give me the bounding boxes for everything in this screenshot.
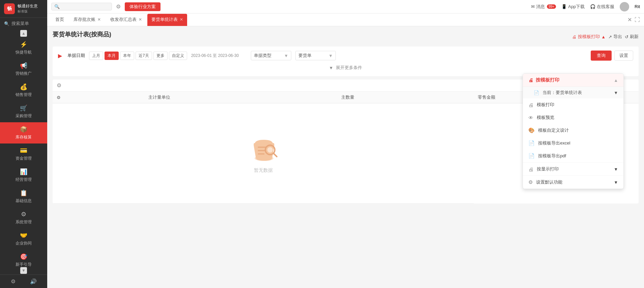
type-label: 单据类型	[254, 53, 271, 59]
topbar-gear-icon[interactable]: ⚙	[116, 3, 121, 10]
refresh-icon: ↺	[625, 34, 628, 39]
tab-fullscreen-btn[interactable]: ⛶	[635, 17, 640, 23]
main-area: 🔍 ⚙ 体验行业方案 ✉ 消息 99+ 📱 App下载 🎧 在线客服 Rit	[47, 0, 644, 288]
topbar-search-input[interactable]	[61, 4, 109, 9]
sidebar-item-finance[interactable]: 💳 资金管理	[0, 143, 47, 165]
date-btn-group: 上月本月本年近7天更多自定义	[89, 52, 187, 60]
online-service-btn[interactable]: 🎧 在线客服	[590, 4, 614, 10]
topbar-search-box[interactable]: 🔍	[51, 3, 112, 10]
require-goods-select[interactable]: 要货单 ▼	[295, 51, 336, 60]
query-button[interactable]: 查询	[591, 51, 612, 61]
dropdown-item-template-print[interactable]: 🖨 模板打印	[523, 98, 623, 111]
finance-nav-label: 资金管理	[16, 156, 32, 161]
date-btn-more[interactable]: 更多	[153, 52, 168, 60]
marketing-nav-label: 营销推广	[16, 71, 32, 76]
settings-icon[interactable]: ⚙	[11, 278, 16, 285]
message-btn[interactable]: ✉ 消息 99+	[531, 4, 556, 10]
sidebar-item-shortcut[interactable]: ⚡ 快捷导航	[0, 37, 47, 59]
template-preview-icon: 👁	[528, 115, 533, 121]
date-btn-last7[interactable]: 近7天	[136, 52, 152, 60]
tabs-right: ✕ ⛶	[627, 17, 640, 23]
expand-more-icon: ▼	[329, 65, 333, 70]
dropdown-item-template-custom[interactable]: 🎨 模板自定义设计	[523, 124, 623, 137]
guide-nav-icon: 🎯	[20, 253, 27, 260]
system-nav-icon: ⚙	[21, 211, 26, 218]
sidebar-search[interactable]: 🔍 搜索菜单	[0, 18, 47, 29]
settings-button[interactable]: 设置	[614, 51, 633, 61]
template-custom-icon: 🎨	[528, 127, 535, 133]
default-settings-icon: ⚙	[528, 179, 533, 185]
action-buttons: 🖨 按模板打印 ▲ ↗ 导出 ↺ 刷新	[572, 34, 639, 40]
logo-icon: 畅	[4, 3, 15, 14]
tab-order-stats-label: 要货单统计表	[151, 17, 178, 23]
filter-card: ▶ 单据日期 上月本月本年近7天更多自定义 2023-06-01 至 2023-…	[53, 46, 639, 76]
sidebar-item-marketing[interactable]: 📢 营销推广	[0, 59, 47, 80]
tabs-bar: 首页库存批次账✕收发存汇总表✕要货单统计表✕ ✕ ⛶	[47, 13, 644, 26]
tab-inventory-batch[interactable]: 库存批次账✕	[69, 14, 105, 26]
table-header-gear-icon[interactable]: ⚙	[57, 95, 61, 100]
tab-receipt-summary[interactable]: 收发存汇总表✕	[106, 14, 146, 26]
filter-row: ▶ 单据日期 上月本月本年近7天更多自定义 2023-06-01 至 2023-…	[58, 51, 633, 61]
type-select[interactable]: 单据类型 ▼	[251, 51, 291, 60]
default-settings-chevron: ▼	[614, 180, 618, 185]
th-quantity: 主数量	[337, 92, 474, 103]
dropdown-current-template[interactable]: 📄 当前：要货单统计表 ▼	[523, 87, 623, 98]
sidebar-item-sales[interactable]: 💰 销售管理	[0, 80, 47, 101]
sidebar-item-basic[interactable]: 📋 基础信息	[0, 186, 47, 207]
table-gear-icon[interactable]: ⚙	[57, 82, 61, 89]
headset-icon: 🎧	[590, 4, 595, 9]
sales-nav-icon: 💰	[20, 83, 27, 91]
display-print-icon: 🖨	[528, 166, 533, 172]
page-title: 要货单统计表(按商品)	[53, 30, 111, 38]
tab-receipt-summary-close[interactable]: ✕	[139, 17, 142, 22]
th-gear: ⚙	[53, 92, 131, 103]
sound-icon[interactable]: 🔊	[30, 278, 37, 285]
sidebar-search-label: 搜索菜单	[11, 21, 29, 27]
sidebar-item-operation[interactable]: 📊 经营管理	[0, 165, 47, 186]
tab-home[interactable]: 首页	[51, 14, 68, 26]
dropdown-expand-default-settings[interactable]: ⚙ 设置默认功能 ▼	[523, 175, 623, 189]
expand-more-btn[interactable]: ▼ 展开更多条件	[58, 63, 633, 72]
tab-order-stats-close[interactable]: ✕	[180, 17, 183, 22]
sidebar-item-system[interactable]: ⚙ 系统管理	[0, 207, 47, 228]
operation-nav-label: 经营管理	[16, 177, 32, 183]
dropdown-item-template-pdf[interactable]: 📄 按模板导出pdf	[523, 150, 623, 162]
date-btn-current_year[interactable]: 本年	[120, 52, 134, 60]
display-print-chevron: ▼	[614, 167, 618, 172]
template-excel-label: 按模板导出excel	[538, 140, 570, 146]
sidebar-item-cooperation[interactable]: 🤝 企业协同	[0, 228, 47, 250]
template-custom-label: 模板自定义设计	[538, 127, 569, 133]
tab-inventory-batch-close[interactable]: ✕	[97, 17, 101, 22]
refresh-button[interactable]: ↺ 刷新	[625, 34, 639, 40]
dropdown-collapse-icon[interactable]: ▲	[614, 78, 618, 83]
export-button[interactable]: ↗ 导出	[608, 34, 622, 40]
app-version: 标准版	[18, 9, 38, 14]
user-avatar[interactable]	[620, 2, 629, 11]
dropdown-header: 🖨 按模板打印 ▲	[523, 74, 623, 87]
dropdown-expand-display-print[interactable]: 🖨 按显示打印 ▼	[523, 162, 623, 175]
tab-order-stats[interactable]: 要货单统计表✕	[147, 14, 187, 26]
default-settings-label: 设置默认功能	[536, 179, 562, 185]
cooperation-nav-label: 企业协同	[16, 241, 32, 246]
sidebar-scroll-up[interactable]: ▲	[20, 30, 27, 37]
sidebar: 畅 畅通好生意 标准版 🔍 搜索菜单 ▲ ⚡ 快捷导航 📢 营销推广 💰 销售管…	[0, 0, 47, 288]
sidebar-item-guide[interactable]: 🎯 新手引导	[0, 250, 47, 266]
sidebar-item-inventory[interactable]: 📦 库存核算	[0, 122, 47, 143]
sidebar-scroll-down[interactable]: ▼	[20, 267, 27, 274]
dropdown-item-template-excel[interactable]: 📄 按模板导出excel	[523, 137, 623, 150]
print-button[interactable]: 🖨 按模板打印 ▲	[572, 34, 606, 40]
dropdown-current-icon: 📄	[534, 90, 539, 95]
filter-expand-icon[interactable]: ▶	[58, 53, 62, 59]
template-pdf-label: 按模板导出pdf	[538, 153, 566, 159]
date-btn-prev_month[interactable]: 上月	[89, 52, 103, 60]
app-download-btn[interactable]: 📱 App下载	[561, 4, 585, 10]
dropdown-item-template-preview[interactable]: 👁 模板预览	[523, 111, 623, 124]
tab-close-btn[interactable]: ✕	[627, 17, 632, 23]
app-name: 畅通好生意	[18, 4, 38, 9]
topbar-right: ✉ 消息 99+ 📱 App下载 🎧 在线客服 Rit	[531, 2, 640, 11]
template-print-label: 模板打印	[537, 102, 554, 108]
date-btn-current_month[interactable]: 本月	[105, 52, 119, 60]
trial-button[interactable]: 体验行业方案	[125, 2, 160, 11]
date-btn-custom[interactable]: 自定义	[169, 52, 187, 60]
sidebar-item-purchase[interactable]: 🛒 采购管理	[0, 101, 47, 122]
